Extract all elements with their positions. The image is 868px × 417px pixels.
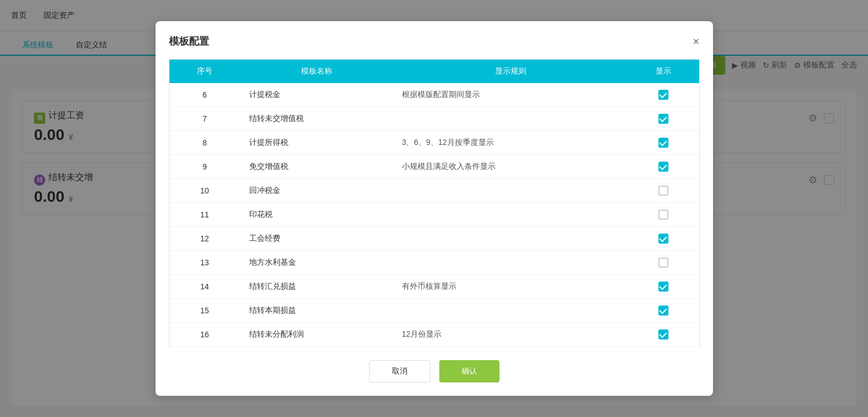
cell-checkbox — [628, 179, 699, 203]
cell-template-name: 计提税金 — [240, 83, 393, 107]
modal-header: 模板配置 × — [169, 35, 700, 48]
cell-row-id: 16 — [169, 323, 240, 347]
cell-display-rule — [393, 227, 628, 251]
cell-checkbox — [628, 107, 699, 131]
cell-row-id: 15 — [169, 299, 240, 323]
table-row: 12工会经费 — [169, 227, 699, 251]
cell-row-id: 11 — [169, 203, 240, 227]
template-config-modal: 模板配置 × 序号 模板名称 显示规则 显示 6计提税金根据模版配置期间显示7结… — [156, 21, 713, 396]
table-row: 16结转未分配利润12月份显示 — [169, 323, 699, 347]
cell-template-name: 结转本期损益 — [240, 299, 393, 323]
table-row: 6计提税金根据模版配置期间显示 — [169, 83, 699, 107]
cell-checkbox — [628, 227, 699, 251]
cell-template-name: 印花税 — [240, 203, 393, 227]
confirm-button[interactable]: 确认 — [439, 360, 500, 382]
cell-template-name: 计提所得税 — [240, 131, 393, 155]
cell-checkbox — [628, 275, 699, 299]
modal-title: 模板配置 — [169, 35, 209, 48]
cell-display-rule — [393, 251, 628, 275]
cell-display-rule — [393, 203, 628, 227]
cell-row-id: 7 — [169, 107, 240, 131]
col-header-display: 显示 — [628, 60, 699, 84]
cell-row-id: 6 — [169, 83, 240, 107]
cell-display-rule: 根据模版配置期间显示 — [393, 83, 628, 107]
table-header-row: 序号 模板名称 显示规则 显示 — [169, 60, 699, 84]
cell-template-name: 工会经费 — [240, 227, 393, 251]
checkbox-row-14[interactable] — [658, 282, 668, 292]
cell-display-rule — [393, 299, 628, 323]
cell-display-rule: 有外币核算显示 — [393, 275, 628, 299]
checkbox-row-11[interactable] — [658, 210, 668, 220]
cell-checkbox — [628, 83, 699, 107]
cell-checkbox — [628, 131, 699, 155]
cancel-button[interactable]: 取消 — [369, 360, 430, 382]
checkbox-row-10[interactable] — [658, 186, 668, 196]
table-row: 10回冲税金 — [169, 179, 699, 203]
table-row: 7结转未交增值税 — [169, 107, 699, 131]
config-table: 序号 模板名称 显示规则 显示 6计提税金根据模版配置期间显示7结转未交增值税8… — [169, 59, 700, 347]
cell-checkbox — [628, 251, 699, 275]
checkbox-row-7[interactable] — [658, 114, 668, 124]
cell-row-id: 10 — [169, 179, 240, 203]
col-header-rule: 显示规则 — [393, 60, 628, 84]
cell-row-id: 12 — [169, 227, 240, 251]
table-row: 13地方水利基金 — [169, 251, 699, 275]
cell-display-rule: 12月份显示 — [393, 323, 628, 347]
cell-template-name: 地方水利基金 — [240, 251, 393, 275]
cell-checkbox — [628, 155, 699, 179]
checkbox-row-16[interactable] — [658, 329, 668, 340]
checkbox-row-8[interactable] — [658, 138, 668, 148]
cell-row-id: 9 — [169, 155, 240, 179]
table-wrapper: 序号 模板名称 显示规则 显示 6计提税金根据模版配置期间显示7结转未交增值税8… — [169, 59, 700, 347]
cell-template-name: 回冲税金 — [240, 179, 393, 203]
modal-close-button[interactable]: × — [693, 36, 700, 47]
table-row: 8计提所得税3、6、9、12月按季度显示 — [169, 131, 699, 155]
col-header-id: 序号 — [169, 60, 240, 84]
cell-checkbox — [628, 299, 699, 323]
checkbox-row-12[interactable] — [658, 234, 668, 244]
cell-template-name: 结转汇兑损益 — [240, 275, 393, 299]
table-row: 15结转本期损益 — [169, 299, 699, 323]
cell-display-rule — [393, 179, 628, 203]
modal-footer: 取消 确认 — [169, 360, 700, 382]
checkbox-row-9[interactable] — [658, 162, 668, 172]
checkbox-row-13[interactable] — [658, 258, 668, 268]
cell-row-id: 8 — [169, 131, 240, 155]
cell-checkbox — [628, 203, 699, 227]
col-header-name: 模板名称 — [240, 60, 393, 84]
cell-display-rule: 小规模且满足收入条件显示 — [393, 155, 628, 179]
cell-row-id: 14 — [169, 275, 240, 299]
cell-row-id: 13 — [169, 251, 240, 275]
cell-display-rule: 3、6、9、12月按季度显示 — [393, 131, 628, 155]
checkbox-row-6[interactable] — [658, 90, 668, 100]
cell-checkbox — [628, 323, 699, 347]
cell-display-rule — [393, 107, 628, 131]
cell-template-name: 结转未分配利润 — [240, 323, 393, 347]
table-row: 14结转汇兑损益有外币核算显示 — [169, 275, 699, 299]
table-row: 9免交增值税小规模且满足收入条件显示 — [169, 155, 699, 179]
cell-template-name: 免交增值税 — [240, 155, 393, 179]
table-row: 11印花税 — [169, 203, 699, 227]
checkbox-row-15[interactable] — [658, 306, 668, 316]
cell-template-name: 结转未交增值税 — [240, 107, 393, 131]
